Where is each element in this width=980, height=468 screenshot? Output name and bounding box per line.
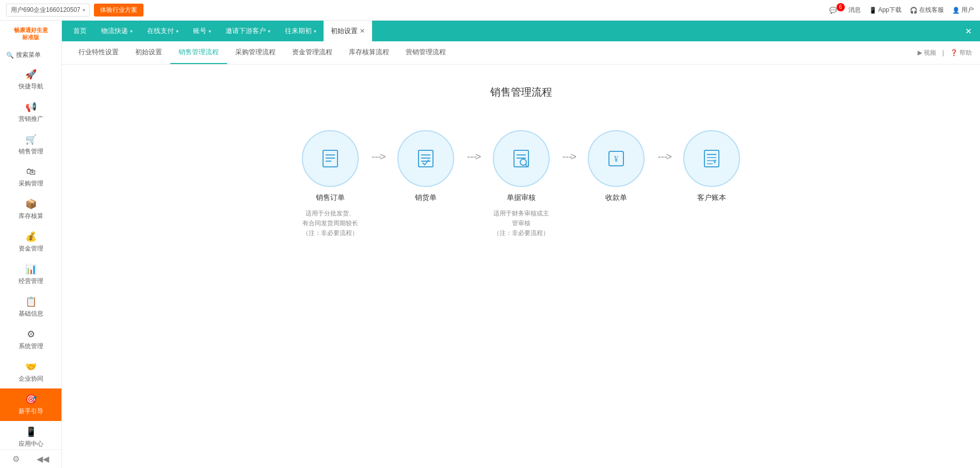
sidebar-label-basic-info: 基础信息 — [19, 309, 43, 318]
logo-text: 畅康通好生意 标准版 — [14, 26, 48, 41]
flow-step-name-document-audit: 单据审核 — [507, 193, 536, 202]
help-button[interactable]: ❓ 帮助 — [950, 49, 972, 57]
settings-icon[interactable]: ⚙ — [12, 454, 20, 464]
sidebar-label-ops-mgmt: 经营管理 — [19, 277, 43, 286]
sub-tab-sales-flow[interactable]: 销售管理流程 — [170, 41, 227, 64]
sub-tabs: 行业特性设置初始设置销售管理流程采购管理流程资金管理流程库存核算流程营销管理流程… — [62, 41, 980, 65]
online-service-button[interactable]: 🎧 在线客服 — [910, 6, 944, 14]
nav-tab-period-opening[interactable]: 往来期初▾ — [278, 21, 324, 41]
sidebar-icon-inventory: 📦 — [25, 198, 37, 210]
sub-tab-industry-settings[interactable]: 行业特性设置 — [70, 41, 127, 64]
message-icon: 💬 — [829, 7, 837, 14]
nav-tab-home[interactable]: 首页 — [66, 21, 94, 41]
sub-tab-initial-setup[interactable]: 初始设置 — [127, 41, 170, 64]
nav-tab-label-account: 账号 — [193, 26, 206, 36]
chevron-down-icon: ▾ — [83, 7, 85, 13]
sidebar-icon-quick-nav: 🚀 — [25, 69, 37, 80]
chevron-down-icon: ▾ — [176, 28, 179, 34]
sidebar-logo: 畅康通好生意 标准版 — [0, 21, 61, 46]
app-download-button[interactable]: 📱 App下载 — [869, 6, 902, 14]
sidebar-icon-enterprise-collab: 🤝 — [25, 361, 37, 372]
flow-step-desc-document-audit: 适用于财务审核或主管审核（注：非必要流程） — [493, 209, 549, 239]
video-help-button[interactable]: ▶ 视频 — [918, 49, 936, 57]
sub-tabs-left: 行业特性设置初始设置销售管理流程采购管理流程资金管理流程库存核算流程营销管理流程 — [70, 41, 454, 64]
sub-tab-purchase-flow[interactable]: 采购管理流程 — [227, 41, 284, 64]
sidebar-label-inventory: 库存核算 — [19, 212, 43, 221]
sidebar-items: 🚀 快捷导航 📢 营销推广 🛒 销售管理 🛍 采购管理 📦 库存核算 💰 资金管… — [0, 64, 61, 449]
nav-close-button[interactable]: ✕ — [961, 26, 976, 36]
sub-tab-label-marketing-flow: 营销管理流程 — [406, 48, 446, 56]
sidebar-item-system-mgmt[interactable]: ⚙ 系统管理 — [0, 323, 61, 356]
nav-tab-initial-setup[interactable]: 初始设置✕ — [324, 21, 372, 41]
content-area: 首页物流快递▾在线支付▾账号▾邀请下游客户▾往来期初▾初始设置✕✕ 行业特性设置… — [62, 21, 980, 468]
sidebar-item-new-guide[interactable]: 🎯 新手引导 — [0, 388, 61, 421]
sidebar-label-purchase-mgmt: 采购管理 — [19, 179, 43, 188]
sidebar-icon-system-mgmt: ⚙ — [27, 329, 35, 340]
sidebar-label-marketing-promo: 营销推广 — [19, 115, 43, 123]
nav-tab-label-logistics: 物流快递 — [101, 26, 128, 36]
sidebar-item-enterprise-collab[interactable]: 🤝 企业协同 — [0, 356, 61, 388]
flow-circle-sales-order — [302, 130, 359, 187]
nav-tab-invite-downstream[interactable]: 邀请下游客户▾ — [218, 21, 278, 41]
sub-tab-label-initial-setup: 初始设置 — [135, 48, 162, 56]
sub-tab-label-inventory-flow: 库存核算流程 — [349, 48, 389, 56]
nav-tab-label-home: 首页 — [73, 26, 87, 36]
nav-tabs: 首页物流快递▾在线支付▾账号▾邀请下游客户▾往来期初▾初始设置✕✕ — [62, 21, 980, 41]
sub-tab-capital-flow[interactable]: 资金管理流程 — [284, 41, 341, 64]
sidebar-item-ops-mgmt[interactable]: 📊 经营管理 — [0, 258, 61, 291]
flow-circle-document-audit — [493, 130, 550, 187]
sidebar-item-sales-mgmt[interactable]: 🛒 销售管理 — [0, 129, 61, 161]
sidebar-item-marketing-promo[interactable]: 📢 营销推广 — [0, 96, 61, 129]
flow-arrow-sales-invoice: - - -> — [467, 130, 480, 163]
flow-step-sales-order: 销售订单 适用于分批发货、有合同发货周期较长（注：非必要流程） — [289, 130, 372, 239]
sidebar-item-app-center[interactable]: 📱 应用中心 — [0, 421, 61, 449]
chevron-down-icon: ▾ — [268, 28, 270, 34]
user-selector[interactable]: 用户690企业1660120507 ▾ — [6, 4, 90, 17]
sidebar-label-quick-nav: 快捷导航 — [19, 82, 43, 91]
message-button[interactable]: 💬 6 消息 — [829, 6, 861, 14]
app-download-label: App下载 — [878, 6, 902, 14]
sidebar-icon-basic-info: 📋 — [25, 296, 37, 307]
sidebar-item-finance-mgmt[interactable]: 💰 资金管理 — [0, 226, 61, 258]
arrow-icon: - - -> — [563, 151, 575, 163]
sidebar-item-basic-info[interactable]: 📋 基础信息 — [0, 291, 61, 323]
collapse-icon[interactable]: ◀◀ — [37, 454, 49, 464]
flow-arrow-sales-order: - - -> — [372, 130, 384, 163]
nav-tab-label-invite-downstream: 邀请下游客户 — [226, 26, 266, 36]
top-bar: 用户690企业1660120507 ▾ 体验行业方案 💬 6 消息 📱 App下… — [0, 0, 980, 21]
sidebar-item-inventory[interactable]: 📦 库存核算 — [0, 193, 61, 226]
flow-diagram: 销售订单 适用于分批发货、有合同发货周期较长（注：非必要流程） - - -> 销… — [212, 130, 831, 239]
user-avatar-button[interactable]: 👤 用户 — [952, 6, 974, 14]
sub-tab-inventory-flow[interactable]: 库存核算流程 — [341, 41, 397, 64]
nav-tab-account[interactable]: 账号▾ — [186, 21, 218, 41]
close-icon[interactable]: ✕ — [360, 27, 365, 35]
top-bar-left: 用户690企业1660120507 ▾ 体验行业方案 — [6, 4, 143, 17]
svg-rect-15 — [704, 150, 719, 167]
page-content: 销售管理流程 销售订单 适用于分批发货、有合同发货周期较长（注：非必要流程） -… — [62, 65, 980, 468]
chevron-down-icon: ▾ — [208, 28, 211, 34]
help-icon: ❓ — [950, 49, 958, 56]
svg-line-12 — [525, 164, 527, 166]
flow-step-name-sales-invoice: 销货单 — [415, 193, 437, 202]
sidebar-icon-new-guide: 🎯 — [25, 394, 37, 405]
sidebar-bottom: ⚙ ◀◀ — [0, 449, 61, 468]
nav-tab-online-payment[interactable]: 在线支付▾ — [140, 21, 186, 41]
sidebar-item-purchase-mgmt[interactable]: 🛍 采购管理 — [0, 161, 61, 193]
experience-button[interactable]: 体验行业方案 — [94, 4, 143, 17]
divider: | — [942, 49, 944, 56]
sidebar-item-quick-nav[interactable]: 🚀 快捷导航 — [0, 64, 61, 96]
nav-tab-logistics[interactable]: 物流快递▾ — [94, 21, 140, 41]
user-name-label: 用户 — [961, 6, 974, 14]
flow-circle-collection: ¥ — [588, 130, 645, 187]
svg-text:¥: ¥ — [713, 159, 716, 165]
flow-step-desc-sales-order: 适用于分批发货、有合同发货周期较长（注：非必要流程） — [302, 209, 358, 239]
sidebar-icon-marketing-promo: 📢 — [25, 101, 37, 113]
flow-step-collection: ¥ 收款单 — [575, 130, 657, 202]
user-label: 用户690企业1660120507 — [11, 6, 81, 14]
video-icon: ▶ — [918, 49, 922, 56]
flow-circle-customer-account: ¥ — [683, 130, 740, 187]
sub-tab-marketing-flow[interactable]: 营销管理流程 — [397, 41, 454, 64]
message-label: 消息 — [848, 6, 861, 14]
sidebar-search[interactable]: 🔍 搜索菜单 — [0, 46, 61, 64]
search-icon: 🔍 — [6, 52, 14, 59]
